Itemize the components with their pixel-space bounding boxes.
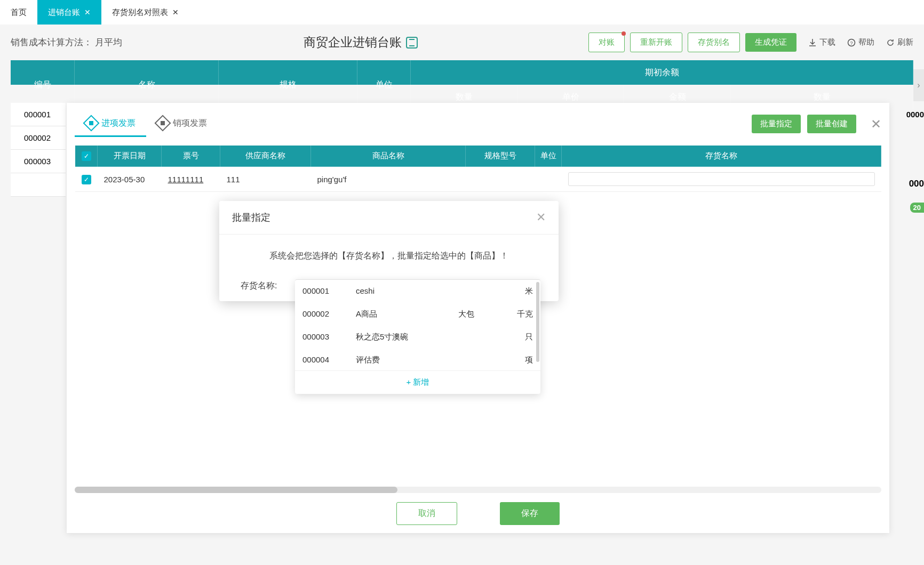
row-checkbox[interactable]: ✓: [75, 167, 98, 192]
help-label: 帮助: [858, 37, 874, 47]
th-model: 规格型号: [466, 146, 535, 167]
item-name: 评估费: [356, 355, 458, 365]
item-code: 000003: [302, 332, 356, 342]
title-text: 商贸企业进销台账: [304, 34, 402, 51]
item-name: ceshi: [356, 286, 458, 296]
panel-footer: 取消 保存: [67, 502, 889, 525]
page-title: 商贸企业进销台账: [133, 34, 588, 51]
th-unit: 单位: [357, 60, 411, 109]
table-row[interactable]: 000002: [11, 126, 66, 150]
item-code: 000002: [302, 309, 356, 319]
item-spec: 大包: [458, 309, 506, 319]
inventory-input[interactable]: [568, 172, 875, 186]
tab-alias[interactable]: 存货别名对照表 ✕: [101, 0, 189, 25]
inventory-dropdown: 000001 ceshi 米 000002 A商品 大包 千克 000003 秋…: [295, 279, 540, 394]
modal-header: 批量指定 ✕: [219, 201, 559, 235]
item-spec: [458, 332, 506, 342]
tab-home[interactable]: 首页: [0, 0, 37, 25]
help-link[interactable]: ? 帮助: [847, 37, 874, 47]
th-unit: 单位: [535, 146, 562, 167]
cancel-button[interactable]: 取消: [396, 502, 457, 525]
reopen-button[interactable]: 重新开账: [630, 33, 682, 52]
method-value: 月平均: [95, 37, 122, 47]
horizontal-scrollbar[interactable]: [75, 487, 881, 493]
tab-input-invoice[interactable]: 进项发票: [75, 111, 146, 137]
cell-unit: [535, 167, 562, 192]
download-icon: [808, 38, 817, 47]
cell-supplier: 111: [220, 167, 311, 192]
save-button[interactable]: 保存: [500, 502, 560, 525]
cell-date: 2023-05-30: [98, 167, 162, 192]
tab-label: 存货别名对照表: [112, 7, 168, 18]
th-spec: 规格: [219, 60, 357, 109]
close-icon[interactable]: ✕: [871, 117, 881, 132]
edge-value: 0000: [906, 110, 924, 119]
cell-num[interactable]: 11111111: [162, 167, 220, 192]
panel-header: 进项发票 销项发票 批量指定 批量创建 ✕: [75, 111, 881, 137]
method-text: 销售成本计算方法：: [11, 37, 92, 47]
item-unit: 千克: [506, 309, 533, 319]
dropdown-item[interactable]: 000001 ceshi 米: [295, 280, 540, 303]
item-spec: [458, 286, 506, 296]
modal-description: 系统会把您选择的【存货名称】，批量指定给选中的【商品】！: [241, 251, 537, 262]
reconcile-button[interactable]: 对账: [588, 33, 625, 52]
item-code: 000001: [302, 286, 356, 296]
expand-button[interactable]: ›: [913, 69, 924, 101]
th-code: 编号: [11, 60, 75, 109]
table-row[interactable]: 000001: [11, 103, 66, 126]
invoice-link[interactable]: 11111111: [168, 175, 204, 184]
th-date: 开票日期: [98, 146, 162, 167]
alias-button[interactable]: 存货别名: [688, 33, 740, 52]
dropdown-body: 000001 ceshi 米 000002 A商品 大包 千克 000003 秋…: [295, 280, 540, 370]
item-unit: 米: [506, 286, 533, 296]
scrollbar-thumb[interactable]: [75, 487, 397, 493]
box-icon: [154, 115, 171, 131]
refresh-link[interactable]: 刷新: [886, 37, 913, 47]
box-icon: [83, 115, 99, 131]
sub-tab-label: 进项发票: [101, 118, 136, 129]
tab-output-invoice[interactable]: 销项发票: [146, 111, 218, 137]
item-unit: 只: [506, 332, 533, 342]
cell-goods: ping'gu'f: [311, 167, 466, 192]
item-unit: 项: [506, 355, 533, 365]
th-inventory: 存货名称: [562, 146, 881, 167]
th-check[interactable]: ✓: [75, 146, 98, 167]
cell-model: [466, 167, 535, 192]
refresh-icon: [886, 38, 895, 47]
dropdown-item[interactable]: 000004 评估费 项: [295, 349, 540, 370]
list-icon: [406, 37, 418, 49]
page-header: 销售成本计算方法： 月平均 商贸企业进销台账 对账 重新开账 存货别名 生成凭证…: [0, 25, 924, 60]
download-link[interactable]: 下载: [808, 37, 835, 47]
item-name: 秋之恋5寸澳碗: [356, 332, 458, 342]
close-icon[interactable]: ✕: [84, 8, 91, 17]
modal-title: 批量指定: [232, 211, 270, 224]
add-new-button[interactable]: + 新增: [295, 370, 540, 394]
close-icon[interactable]: ✕: [172, 8, 179, 17]
table-row[interactable]: 000003: [11, 150, 66, 173]
svg-text:?: ?: [850, 41, 853, 46]
generate-button[interactable]: 生成凭证: [745, 33, 796, 52]
th-opening: 期初余额: [411, 60, 913, 85]
tab-ledger[interactable]: 进销台账 ✕: [37, 0, 101, 25]
item-code: 000004: [302, 355, 356, 365]
table-header: 编号 名称 规格 单位 期初余额 数量 单价 金额 数量: [11, 60, 913, 85]
download-label: 下载: [819, 37, 835, 47]
invoice-table: ✓ 开票日期 票号 供应商名称 商品名称 规格型号 单位 存货名称 ✓ 2023…: [75, 145, 881, 192]
check-icon: ✓: [82, 151, 91, 161]
dropdown-scrollbar[interactable]: [536, 282, 539, 362]
method-label: 销售成本计算方法： 月平均: [11, 36, 122, 49]
table-row-empty: [11, 173, 66, 197]
sub-tab-label: 销项发票: [173, 118, 207, 129]
refresh-label: 刷新: [897, 37, 913, 47]
cell-inventory[interactable]: [562, 167, 881, 192]
close-icon[interactable]: ✕: [536, 211, 546, 224]
batch-assign-button[interactable]: 批量指定: [752, 115, 801, 133]
th-supplier: 供应商名称: [220, 146, 311, 167]
th-goods: 商品名称: [311, 146, 466, 167]
dropdown-item[interactable]: 000002 A商品 大包 千克: [295, 303, 540, 326]
batch-create-button[interactable]: 批量创建: [807, 115, 856, 133]
item-name: A商品: [356, 309, 458, 319]
dropdown-item[interactable]: 000003 秋之恋5寸澳碗 只: [295, 326, 540, 349]
table-row[interactable]: ✓ 2023-05-30 11111111 111 ping'gu'f: [75, 167, 881, 192]
count-badge: 20: [910, 203, 924, 213]
